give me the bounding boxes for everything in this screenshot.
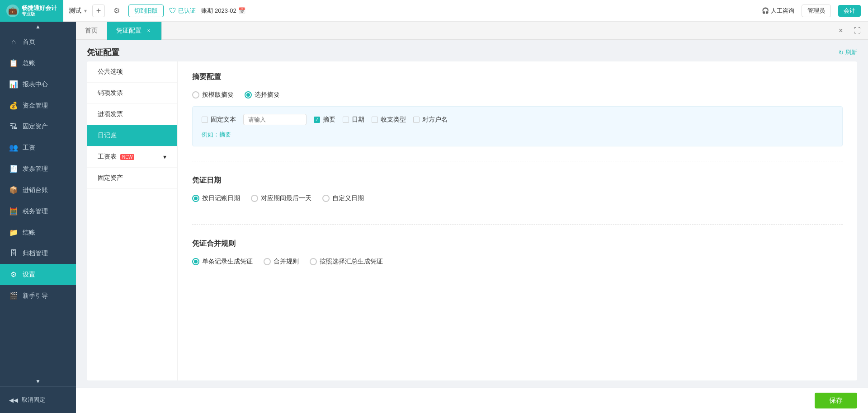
consult-label: 人工咨询	[771, 7, 794, 15]
left-nav-item-purchase-invoice[interactable]: 进项发票	[87, 104, 177, 125]
radio-circle-single-record	[192, 258, 199, 265]
sidebar-item-funds[interactable]: 💰 资金管理	[0, 95, 76, 116]
reports-icon: 📊	[9, 80, 18, 89]
sidebar-item-beginner[interactable]: 🎬 新手引导	[0, 285, 76, 306]
period-label: 账期	[201, 7, 213, 15]
checkbox-fixed-text[interactable]: 固定文本	[202, 116, 236, 124]
left-nav: 公共选项 销项发票 进项发票 日记账 工资表	[87, 61, 177, 380]
right-content: 摘要配置 按模版摘要 选择摘要	[177, 61, 857, 380]
bottom-bar: 保存	[76, 388, 868, 413]
calendar-icon[interactable]: 📅	[238, 7, 245, 14]
radio-circle-custom-date	[322, 195, 330, 202]
fixed-assets-icon: 🏗	[9, 122, 18, 131]
section-abstract-config: 摘要配置 按模版摘要 选择摘要	[192, 72, 843, 161]
radio-template-label: 按模版摘要	[202, 91, 234, 99]
switch-old-button[interactable]: 切到旧版	[128, 5, 164, 17]
sidebar-item-home[interactable]: ⌂ 首页	[0, 32, 76, 52]
tab-home-label: 首页	[85, 27, 98, 35]
content-area: 首页 凭证配置 × × ⛶ 凭证配置 ↻ 刷新	[76, 22, 868, 413]
checkbox-date[interactable]: 日期	[343, 116, 364, 124]
radio-last-day[interactable]: 对应期间最后一天	[251, 194, 311, 202]
radio-journal-date[interactable]: 按日记账日期	[192, 194, 240, 202]
sidebar-item-label: 归档管理	[23, 249, 48, 258]
radio-journal-date-label: 按日记账日期	[202, 194, 240, 202]
radio-circle-merge-rules	[264, 258, 271, 265]
sidebar-item-label: 税务管理	[23, 207, 48, 216]
sidebar-item-payroll[interactable]: 👥 工资	[0, 137, 76, 158]
radio-template[interactable]: 按模版摘要	[192, 91, 234, 99]
left-nav-item-public[interactable]: 公共选项	[87, 61, 177, 83]
left-nav-item-fixed-assets[interactable]: 固定资产	[87, 168, 177, 189]
settlement-icon: 📁	[9, 228, 18, 237]
tab-voucher-config[interactable]: 凭证配置 ×	[107, 22, 162, 40]
save-button[interactable]: 保存	[815, 393, 857, 408]
sidebar-item-label: 固定资产	[23, 122, 48, 131]
sidebar-item-fixed-assets[interactable]: 🏗 固定资产	[0, 116, 76, 137]
logo-name: 畅捷通好会计	[22, 5, 57, 12]
radio-single-record[interactable]: 单条记录生成凭证	[192, 258, 253, 266]
refresh-label: 刷新	[845, 48, 857, 56]
period-display: 账期 2023-02 📅	[201, 7, 245, 15]
checkbox-counterpart[interactable]: 对方户名	[413, 116, 448, 124]
add-button[interactable]: +	[92, 5, 105, 17]
left-nav-item-payroll-table[interactable]: 工资表 NEW ▾	[87, 146, 177, 168]
tab-close-icon[interactable]: ×	[145, 27, 152, 34]
refresh-icon: ↻	[839, 49, 844, 56]
sidebar-item-reports[interactable]: 📊 报表中心	[0, 74, 76, 95]
checkbox-counterpart-box	[413, 117, 420, 123]
sidebar-collapse-button[interactable]: ◀◀ 取消固定	[0, 391, 76, 408]
expand-chevron-icon: ▾	[163, 153, 166, 160]
tab-home[interactable]: 首页	[76, 22, 107, 40]
sidebar: ▲ ⌂ 首页 📋 总账 📊 报表中心 💰 资金管理 🏗 固定资产	[0, 22, 76, 413]
left-nav-item-sales-invoice[interactable]: 销项发票	[87, 83, 177, 104]
consult-button[interactable]: 🎧 人工咨询	[762, 7, 794, 15]
invoice-icon: 🧾	[9, 164, 18, 173]
payroll-icon: 👥	[9, 143, 18, 152]
checkbox-date-box	[343, 117, 349, 123]
refresh-button[interactable]: ↻ 刷新	[839, 48, 857, 56]
sidebar-item-ledger[interactable]: 📋 总账	[0, 52, 76, 74]
ledger-icon: 📋	[9, 59, 18, 67]
sidebar-item-purchase-sales[interactable]: 📦 进销台账	[0, 179, 76, 201]
radio-merge-rules[interactable]: 合并规则	[264, 258, 299, 266]
topbar-right: 🎧 人工咨询 管理员 会计	[762, 5, 861, 17]
manager-button[interactable]: 管理员	[802, 5, 831, 17]
sidebar-item-label: 新手引导	[23, 292, 48, 300]
payroll-table-label: 工资表 NEW	[98, 153, 134, 161]
headset-icon: 🎧	[762, 7, 769, 14]
logo-sub: 专业版	[22, 11, 57, 17]
project-name: 测试	[69, 7, 81, 15]
section-voucher-date-title: 凭证日期	[192, 176, 843, 185]
sidebar-scroll-up[interactable]: ▲	[0, 22, 76, 32]
collapse-icon: ◀◀	[9, 397, 18, 404]
certified-badge: 🛡 已认证	[169, 7, 196, 15]
sidebar-scroll-down[interactable]: ▼	[0, 376, 76, 386]
expand-button[interactable]: ⛶	[850, 23, 864, 38]
project-selector[interactable]: 测试 ▾	[69, 7, 87, 15]
sidebar-item-label: 设置	[23, 271, 35, 279]
sidebar-item-settlement[interactable]: 📁 结账	[0, 222, 76, 243]
radio-select-abstract[interactable]: 选择摘要	[245, 91, 280, 99]
close-button[interactable]: ×	[834, 23, 848, 38]
abstract-label: 摘要	[323, 116, 335, 124]
radio-circle-journal-date	[192, 195, 199, 202]
checkbox-abstract[interactable]: ✓ 摘要	[314, 116, 335, 124]
radio-select-summary-label: 按照选择汇总生成凭证	[320, 258, 383, 266]
tabs-right: × ⛶	[834, 23, 868, 38]
checkbox-income-type[interactable]: 收支类型	[372, 116, 406, 124]
fixed-text-input[interactable]	[243, 114, 307, 125]
sidebar-item-tax[interactable]: 🧮 税务管理	[0, 201, 76, 222]
setting-icon[interactable]: ⚙	[110, 5, 123, 17]
radio-select-summary[interactable]: 按照选择汇总生成凭证	[310, 258, 383, 266]
sidebar-item-settings[interactable]: ⚙ 设置	[0, 264, 76, 285]
sidebar-item-label: 发票管理	[23, 165, 48, 173]
voucher-merge-radio-group: 单条记录生成凭证 合并规则 按照选择汇总生成凭证	[192, 258, 843, 266]
sidebar-item-archive[interactable]: 🗄 归档管理	[0, 243, 76, 264]
sidebar-item-invoice[interactable]: 🧾 发票管理	[0, 158, 76, 179]
radio-custom-date[interactable]: 自定义日期	[322, 194, 364, 202]
beginner-icon: 🎬	[9, 291, 18, 300]
purchase-sales-icon: 📦	[9, 186, 18, 194]
sidebar-item-label: 首页	[23, 38, 35, 46]
left-nav-item-journal[interactable]: 日记账	[87, 125, 177, 146]
accountant-button[interactable]: 会计	[838, 5, 861, 17]
